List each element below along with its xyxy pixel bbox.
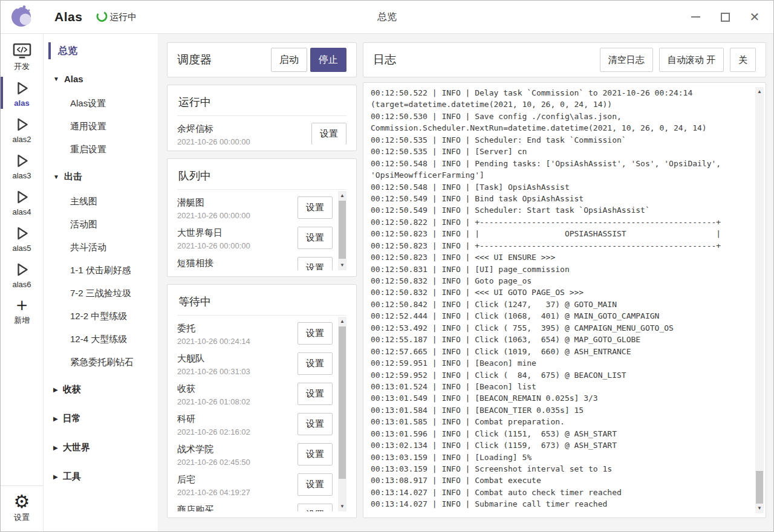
log-line: 00:13:03.159 | INFO | Screenshot interva… [371, 463, 752, 475]
close-button[interactable]: ✕ [748, 10, 761, 24]
play-icon [13, 260, 31, 279]
task-setting-button[interactable]: 设置 [298, 322, 333, 345]
menu-item-活动图[interactable]: 活动图 [44, 213, 158, 236]
log-scrollbar[interactable]: ▲ ▼ [755, 87, 764, 513]
running-title: 运行中 [177, 92, 346, 116]
scroll-down-icon[interactable]: ▼ [338, 261, 346, 270]
minimize-icon [691, 16, 700, 18]
task-setting-button[interactable]: 设置 [298, 413, 333, 435]
menu-group-label: 大世界 [63, 442, 90, 453]
log-line: 00:12:50.548 | INFO | Pending tasks: ['O… [371, 158, 752, 169]
clear-log-button[interactable]: 清空日志 [600, 48, 653, 72]
menu-group-收获[interactable]: ▶收获 [44, 376, 158, 403]
alas-logo-icon [8, 3, 34, 31]
autoscroll-off-button[interactable]: 关 [730, 48, 756, 72]
menu-group-日常[interactable]: ▶日常 [44, 405, 158, 432]
rail-item-label: alas6 [12, 280, 31, 289]
rail-item-开发[interactable]: 开发 [1, 39, 43, 74]
log-line: 00:13:01.585 | INFO | Combat preparation… [371, 416, 752, 427]
rail-item-alas5[interactable]: alas5 [1, 220, 43, 256]
menu-group-Alas[interactable]: ▼Alas [44, 65, 158, 92]
log-line: 'OpsiMeowfficerFarming'] [371, 169, 752, 181]
rail-item-label: alas3 [12, 171, 31, 180]
menu-item-共斗活动[interactable]: 共斗活动 [44, 236, 158, 259]
chevron-down-icon: ▼ [53, 76, 59, 82]
task-setting-button[interactable]: 设置 [298, 383, 333, 405]
task-setting-button[interactable]: 设置 [298, 473, 333, 496]
waiting-scrollbar[interactable]: ▲ ▼ [338, 317, 346, 511]
rail-item-label: alas [14, 99, 29, 108]
menu-item-Alas设置[interactable]: Alas设置 [44, 92, 158, 115]
running-card: 运行中 余烬信标2021-10-26 00:00:00设置 [167, 85, 357, 151]
task-name: 大世界每日 [177, 227, 250, 239]
log-line: 00:12:50.822 | INFO | +-----------------… [371, 216, 752, 228]
log-scroll-thumb[interactable] [756, 471, 763, 504]
rail-item-alas6[interactable]: alas6 [1, 256, 43, 292]
menu-item-12-2 中型练级[interactable]: 12-2 中型练级 [44, 305, 158, 328]
log-line: 00:13:01.596 | INFO | Click (1151, 653) … [371, 428, 752, 440]
menu-group-工具[interactable]: ▶工具 [44, 463, 158, 490]
task-next-run-time: 2021-10-26 00:31:03 [177, 366, 250, 377]
task-setting-button[interactable]: 设置 [298, 227, 333, 249]
scheduler-stop-button[interactable]: 停止 [310, 48, 346, 72]
menu-group-出击[interactable]: ▼出击 [44, 163, 158, 190]
log-line: 00:12:50.549 | INFO | Bind task OpsiAshA… [371, 193, 752, 204]
dev-code-monitor-icon [12, 41, 32, 60]
scroll-down-icon[interactable]: ▼ [755, 504, 764, 513]
task-setting-button[interactable]: 设置 [298, 352, 333, 375]
log-line: 00:12:50.522 | INFO | Delay task `Commis… [371, 87, 752, 99]
chevron-right-icon: ▶ [53, 444, 58, 451]
task-setting-button[interactable]: 设置 [298, 196, 333, 219]
log-line: 00:12:59.952 | INFO | Click ( 84, 675) @… [371, 369, 752, 381]
task-name: 短猫相接 [177, 257, 250, 269]
maximize-icon [721, 13, 730, 22]
pending-scrollbar[interactable]: ▲ ▼ [338, 191, 346, 270]
menu-item-主线图[interactable]: 主线图 [44, 190, 158, 213]
autoscroll-on-button[interactable]: 自动滚动 开 [659, 48, 724, 72]
menu-item-重启设置[interactable]: 重启设置 [44, 138, 158, 161]
scroll-up-icon[interactable]: ▲ [338, 317, 346, 326]
scroll-up-icon[interactable]: ▲ [338, 192, 346, 200]
task-row: 科研2021-10-26 02:16:02设置 [177, 407, 333, 438]
task-row: 大世界每日2021-10-26 00:00:00设置 [177, 221, 333, 251]
menu-item-紧急委托刷钻石[interactable]: 紧急委托刷钻石 [44, 351, 158, 374]
rail-item-alas2[interactable]: alas2 [1, 111, 43, 147]
rail-item-alas3[interactable]: alas3 [1, 148, 43, 183]
menu-item-12-4 大型练级[interactable]: 12-4 大型练级 [44, 328, 158, 351]
task-setting-button[interactable]: 设置 [298, 257, 333, 270]
menu-item-1-1 伏击刷好感[interactable]: 1-1 伏击刷好感 [44, 259, 158, 282]
scheduler-start-button[interactable]: 启动 [271, 48, 307, 72]
waiting-card: 等待中 委托2021-10-26 00:24:14设置大舰队2021-10-26… [167, 284, 357, 518]
log-line: (target=datetime.datetime(2021, 10, 26, … [371, 99, 752, 110]
settings-button[interactable]: ⚙ 设置 [1, 490, 43, 525]
task-setting-button[interactable]: 设置 [311, 123, 346, 144]
scroll-up-icon[interactable]: ▲ [755, 88, 764, 96]
task-next-run-time: 2021-10-26 02:45:50 [177, 456, 250, 468]
minimize-button[interactable] [689, 10, 702, 24]
play-icon [13, 115, 31, 134]
waiting-scroll-thumb[interactable] [339, 326, 346, 479]
log-line: 00:12:50.823 | INFO | +-----------------… [371, 240, 752, 251]
log-line: 00:12:50.832 | INFO | Goto page_os [371, 275, 752, 287]
rail-item-alas4[interactable]: alas4 [1, 184, 43, 219]
pending-scroll-thumb[interactable] [339, 201, 346, 259]
task-row: 大舰队2021-10-26 00:31:03设置 [177, 347, 333, 377]
menu-item-overview[interactable]: 总览 [44, 39, 158, 63]
log-line: 00:13:14.027 | INFO | Combat auto check … [371, 487, 752, 498]
log-line: 00:12:53.492 | INFO | Click ( 755, 395) … [371, 322, 752, 334]
add-instance-button[interactable]: ＋ 新增 [1, 293, 43, 328]
plus-icon: ＋ [13, 295, 31, 314]
task-setting-button[interactable]: 设置 [298, 443, 333, 465]
menu-group-大世界[interactable]: ▶大世界 [44, 434, 158, 461]
maximize-button[interactable] [718, 10, 732, 24]
rail-item-alas[interactable]: alas [1, 75, 43, 111]
scroll-down-icon[interactable]: ▼ [338, 502, 346, 511]
running-status-label: 运行中 [109, 11, 137, 23]
task-name: 潜艇图 [177, 196, 250, 209]
menu-item-7-2 三战捡垃圾[interactable]: 7-2 三战捡垃圾 [44, 282, 158, 305]
running-spinner-icon [96, 10, 108, 25]
menu-item-通用设置[interactable]: 通用设置 [44, 115, 158, 138]
instance-rail: 开发alasalas2alas3alas4alas5alas6 ＋ 新增 ⚙ 设… [1, 34, 44, 531]
task-setting-button[interactable]: 设置 [298, 504, 333, 511]
task-name: 商店购买 [177, 504, 213, 511]
